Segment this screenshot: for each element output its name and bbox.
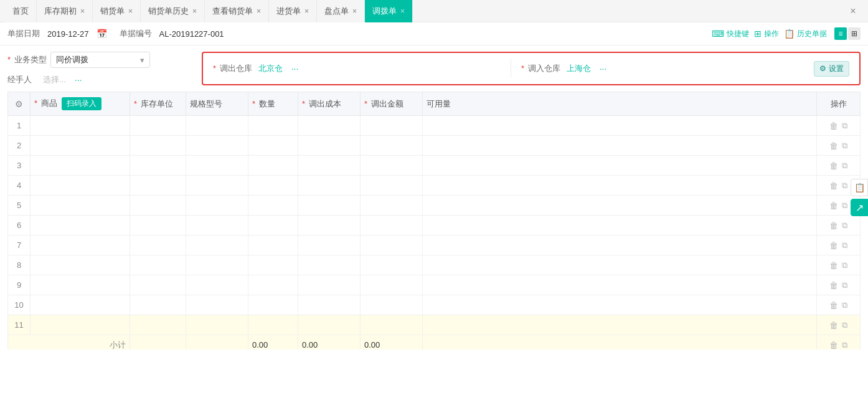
- row-9-product[interactable]: [31, 275, 130, 295]
- row-9-copy-icon[interactable]: ⧉: [842, 280, 847, 290]
- scan-button[interactable]: 扫码录入: [62, 97, 101, 110]
- table-container: ⚙ * 商品 扫码录入 * 库存单位 规格型号 * 数量: [0, 92, 868, 350]
- row-5-delete-icon[interactable]: 🗑: [829, 201, 838, 211]
- person-row: 经手人 选择... ···: [7, 74, 194, 85]
- toolbar-right: ⌨ 快捷键 ⊞ 操作 📋 历史单据 ≡ ⊞: [712, 27, 861, 40]
- tab-stocktake-label: 盘点单: [324, 6, 349, 17]
- tab-purchase-order[interactable]: 进货单 ×: [269, 0, 317, 22]
- tab-sales-order-close[interactable]: ×: [128, 7, 133, 16]
- note-icon: 📋: [854, 183, 865, 193]
- side-export-button[interactable]: ↗: [851, 199, 868, 216]
- subtotal-row: 小计 0.00 0.00 0.00 🗑 ⧉: [8, 335, 861, 350]
- row-11-delete-icon[interactable]: 🗑: [829, 320, 838, 330]
- tab-view-sales[interactable]: 查看销货单 ×: [205, 0, 269, 22]
- row-11-copy-icon[interactable]: ⧉: [842, 320, 847, 330]
- toolbar-left: 单据日期 2019-12-27 📅 单据编号 AL-20191227-001: [7, 28, 224, 39]
- row-2-product[interactable]: [31, 136, 130, 156]
- subtotal-delete-icon[interactable]: 🗑: [829, 340, 838, 350]
- row-6-actions: 🗑 ⧉: [817, 216, 861, 236]
- row-10-unit: [130, 295, 186, 315]
- row-9-unit: [130, 275, 186, 295]
- row-7-product[interactable]: [31, 236, 130, 255]
- tab-inventory-init-close[interactable]: ×: [80, 7, 85, 16]
- history-button[interactable]: 📋 历史单据: [784, 29, 827, 39]
- row-6-cost: [298, 216, 361, 236]
- table-row: 10 🗑 ⧉: [8, 295, 861, 315]
- col-cost: * 调出成本: [298, 92, 361, 116]
- tab-purchase-order-close[interactable]: ×: [304, 7, 309, 16]
- row-4-cost: [298, 176, 361, 196]
- row-6-spec: [186, 216, 248, 236]
- row-4-copy-icon[interactable]: ⧉: [842, 181, 847, 191]
- subtotal-copy-icon[interactable]: ⧉: [842, 340, 847, 350]
- window-close-button[interactable]: ×: [843, 1, 863, 21]
- table-row: 3 🗑 ⧉: [8, 156, 861, 176]
- settings-button[interactable]: ⚙ 设置: [814, 61, 849, 77]
- row-3-delete-icon[interactable]: 🗑: [829, 161, 838, 171]
- row-7-delete-icon[interactable]: 🗑: [829, 240, 838, 250]
- view-list-btn[interactable]: ≡: [834, 27, 847, 40]
- row-1-copy-icon[interactable]: ⧉: [842, 121, 847, 131]
- row-8-actions: 🗑 ⧉: [817, 255, 861, 275]
- row-5-copy-icon[interactable]: ⧉: [842, 201, 847, 211]
- col-qty-label: 数量: [259, 99, 275, 108]
- tab-transfer-close[interactable]: ×: [400, 7, 405, 16]
- row-7-actions: 🗑 ⧉: [817, 236, 861, 255]
- row-7-cost: [298, 236, 361, 255]
- row-3-copy-icon[interactable]: ⧉: [842, 161, 847, 171]
- view-toggle: ≡ ⊞: [834, 27, 861, 40]
- row-6-copy-icon[interactable]: ⧉: [842, 221, 847, 231]
- side-note-button[interactable]: 📋: [851, 179, 868, 196]
- tab-transfer[interactable]: 调拨单 ×: [365, 0, 413, 22]
- row-8-unit: [130, 255, 186, 275]
- tab-sales-order[interactable]: 销货单 ×: [93, 0, 141, 22]
- row-9-delete-icon[interactable]: 🗑: [829, 280, 838, 290]
- column-settings-icon[interactable]: ⚙: [15, 99, 23, 109]
- row-11-available: [423, 315, 817, 335]
- history-icon: 📋: [784, 29, 795, 39]
- row-6-product[interactable]: [31, 216, 130, 236]
- warehouse-out-more-button[interactable]: ···: [291, 64, 299, 74]
- row-7-qty: [248, 236, 298, 255]
- tab-sales-history[interactable]: 销货单历史 ×: [141, 0, 205, 22]
- shortcut-button[interactable]: ⌨ 快捷键: [712, 29, 749, 39]
- row-4-product[interactable]: [31, 176, 130, 196]
- row-8-copy-icon[interactable]: ⧉: [842, 260, 847, 270]
- warehouse-divider: [511, 59, 511, 78]
- tab-view-sales-close[interactable]: ×: [257, 7, 261, 16]
- row-2-delete-icon[interactable]: 🗑: [829, 141, 838, 151]
- row-2-copy-icon[interactable]: ⧉: [842, 141, 847, 151]
- row-8-product[interactable]: [31, 255, 130, 275]
- row-num-4: 4: [8, 176, 31, 196]
- warehouse-in-more-button[interactable]: ···: [600, 64, 607, 74]
- row-7-copy-icon[interactable]: ⧉: [842, 240, 847, 250]
- person-more-button[interactable]: ···: [75, 75, 82, 85]
- business-type-select[interactable]: 同价调拨 ▾: [50, 52, 150, 68]
- tab-home[interactable]: 首页: [5, 0, 37, 22]
- row-3-product[interactable]: [31, 156, 130, 176]
- row-1-actions: 🗑 ⧉: [817, 116, 861, 136]
- row-5-product[interactable]: [31, 196, 130, 216]
- warehouse-section: * 调出仓库 北京仓 ··· * 调入仓库 上海仓 ··· ⚙ 设置: [202, 52, 861, 85]
- row-10-product[interactable]: [31, 295, 130, 315]
- row-1-product[interactable]: [31, 116, 130, 136]
- row-8-delete-icon[interactable]: 🗑: [829, 260, 838, 270]
- row-1-delete-icon[interactable]: 🗑: [829, 121, 838, 131]
- col-actions-label: 操作: [831, 99, 847, 108]
- tab-sales-history-close[interactable]: ×: [192, 7, 197, 16]
- row-3-unit: [130, 156, 186, 176]
- calendar-icon[interactable]: 📅: [97, 29, 107, 39]
- operation-button[interactable]: ⊞ 操作: [754, 29, 779, 39]
- row-10-copy-icon[interactable]: ⧉: [842, 300, 847, 310]
- row-6-delete-icon[interactable]: 🗑: [829, 221, 838, 231]
- table-row: 5 🗑 ⧉: [8, 196, 861, 216]
- person-select[interactable]: 选择...: [43, 74, 66, 85]
- tab-stocktake[interactable]: 盘点单 ×: [317, 0, 365, 22]
- row-4-delete-icon[interactable]: 🗑: [829, 181, 838, 191]
- view-grid-btn[interactable]: ⊞: [848, 27, 861, 40]
- tab-stocktake-close[interactable]: ×: [352, 7, 357, 16]
- row-11-actions: 🗑 ⧉: [817, 315, 861, 335]
- tab-inventory-init[interactable]: 库存期初 ×: [37, 0, 93, 22]
- row-11-product[interactable]: [31, 315, 130, 335]
- row-10-delete-icon[interactable]: 🗑: [829, 300, 838, 310]
